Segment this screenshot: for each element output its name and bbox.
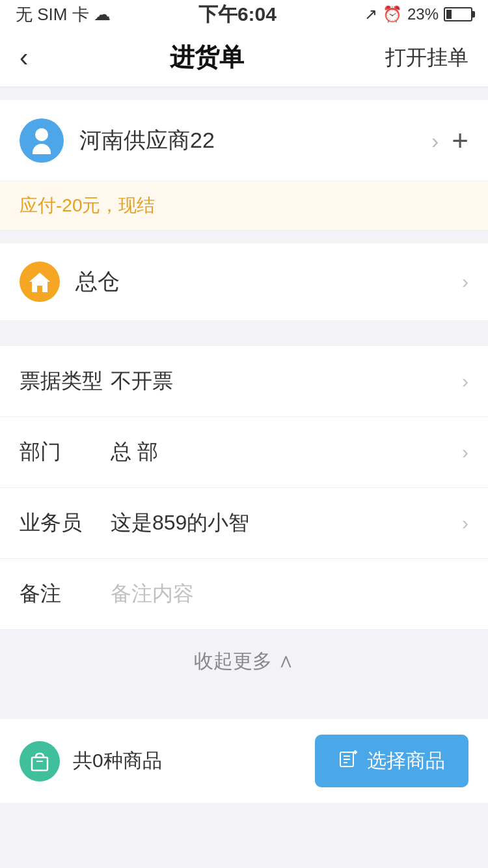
supplier-chevron-icon: › (431, 128, 439, 154)
location-icon: ↗ (364, 5, 377, 23)
salesperson-label: 业务员 (20, 509, 111, 537)
shopping-bag-icon (28, 750, 51, 773)
battery-text: 23% (407, 5, 439, 23)
supplier-avatar (20, 118, 64, 163)
section-gap-3 (0, 320, 488, 333)
house-icon (28, 270, 51, 293)
warehouse-row[interactable]: 总仓 › (0, 243, 488, 320)
salesperson-row[interactable]: 业务员 这是859的小智 › (0, 488, 488, 559)
add-supplier-button[interactable]: + (452, 124, 468, 157)
bottom-bar: 共0种商品 选择商品 (0, 719, 488, 803)
sim-label: 无 SIM 卡 ☁ (16, 3, 111, 26)
svg-marker-0 (29, 273, 50, 292)
status-bar: 无 SIM 卡 ☁ 下午6:04 ↗ ⏰ 23% (0, 0, 488, 29)
department-value: 总 部 (111, 438, 462, 467)
invoice-type-chevron-icon: › (462, 370, 468, 392)
section-gap-1 (0, 87, 488, 100)
collapse-row[interactable]: 收起更多 ∧ (0, 630, 488, 693)
warehouse-section: 总仓 › (0, 243, 488, 320)
svg-rect-1 (32, 757, 47, 770)
product-count-text: 共0种商品 (73, 748, 315, 774)
notice-banner: 应付-20元，现结 (0, 182, 488, 230)
alarm-icon: ⏰ (383, 5, 402, 23)
collapse-label: 收起更多 ∧ (194, 648, 293, 675)
supplier-section: 河南供应商22 › + 应付-20元，现结 (0, 100, 488, 230)
invoice-type-row[interactable]: 票据类型 不开票 › (0, 346, 488, 417)
battery-icon (444, 7, 472, 21)
warehouse-icon (20, 262, 60, 302)
salesperson-chevron-icon: › (462, 512, 468, 534)
warehouse-name: 总仓 (75, 267, 462, 297)
background-fill (0, 803, 488, 868)
select-product-icon (338, 748, 359, 774)
nav-bar: ‹ 进货单 打开挂单 (0, 29, 488, 87)
page-title: 进货单 (170, 41, 244, 74)
department-chevron-icon: › (462, 441, 468, 463)
salesperson-value: 这是859的小智 (111, 509, 462, 537)
back-button[interactable]: ‹ (20, 43, 28, 72)
select-product-button[interactable]: 选择商品 (315, 735, 468, 787)
open-pending-button[interactable]: 打开挂单 (385, 44, 468, 72)
form-section: 票据类型 不开票 › 部门 总 部 › 业务员 这是859的小智 › 备注 备注… (0, 346, 488, 630)
status-right: ↗ ⏰ 23% (364, 5, 472, 23)
remark-row[interactable]: 备注 备注内容 (0, 559, 488, 630)
remark-placeholder: 备注内容 (111, 580, 468, 608)
warehouse-chevron-icon: › (462, 271, 468, 293)
avatar-person-icon (29, 128, 54, 153)
department-row[interactable]: 部门 总 部 › (0, 417, 488, 488)
select-product-label: 选择商品 (367, 748, 445, 774)
status-time: 下午6:04 (198, 1, 277, 28)
invoice-type-label: 票据类型 (20, 367, 111, 396)
product-count-icon (20, 741, 60, 781)
status-left: 无 SIM 卡 ☁ (16, 3, 111, 26)
back-icon: ‹ (20, 43, 28, 72)
remark-label: 备注 (20, 580, 111, 608)
invoice-type-value: 不开票 (111, 367, 462, 396)
section-gap-4 (0, 693, 488, 706)
department-label: 部门 (20, 438, 111, 467)
supplier-name: 河南供应商22 (79, 126, 431, 156)
supplier-row[interactable]: 河南供应商22 › + (0, 100, 488, 182)
section-gap-2 (0, 230, 488, 243)
